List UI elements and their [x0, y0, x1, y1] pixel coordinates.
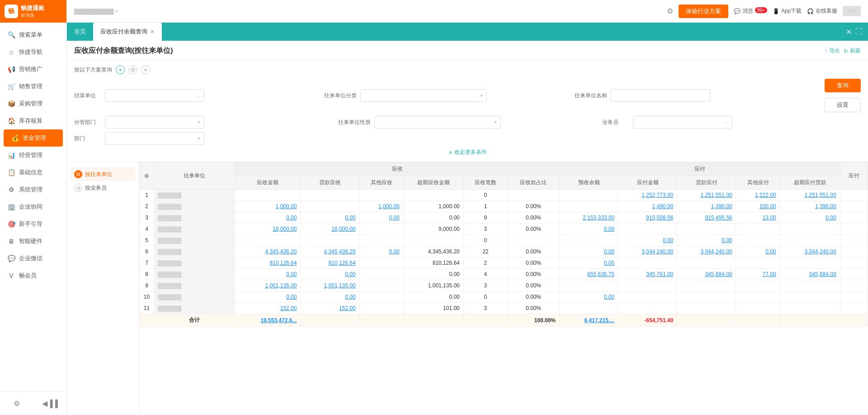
cell-ar-amount-1[interactable]: 1,000.00 — [235, 201, 301, 212]
cell-ar-loan-7[interactable]: 0.00 — [301, 269, 359, 280]
app-download-button[interactable]: 📱 App下载 — [773, 7, 802, 15]
cell-ar-loan-3[interactable]: 18,000.00 — [301, 224, 359, 235]
collapse-more-btn[interactable]: ∧ 收起更多条件 — [448, 148, 487, 156]
partner-nature-select[interactable]: ▾ — [374, 116, 501, 129]
cell-ap-loan-6[interactable] — [677, 258, 736, 269]
fenguan-dept-select[interactable]: ▾ — [105, 116, 204, 129]
cell-ar-other-4[interactable] — [359, 235, 403, 246]
total-ar-amount[interactable]: 19,553,472,6... — [235, 314, 301, 327]
cell-ap-amount-1[interactable]: 1,490.00 — [618, 201, 677, 212]
cell-ar-loan-5[interactable]: 4,345,436.20 — [301, 246, 359, 258]
industry-plan-button[interactable]: 体验行业方案 — [679, 5, 728, 18]
cell-ap-loan-1[interactable]: 1,390.00 — [677, 201, 736, 212]
cell-ap-amount-2[interactable]: 915,508.56 — [618, 212, 677, 224]
cell-ap-amount-0[interactable]: 1,252,773.00 — [618, 190, 677, 201]
cell-ar-other-8[interactable] — [359, 280, 403, 291]
cell-ar-amount-4[interactable] — [235, 235, 301, 246]
cell-ap-overdue-3[interactable] — [780, 224, 840, 235]
cell-ap-other-0[interactable]: 1,222.00 — [736, 190, 780, 201]
cell-ar-other-1[interactable]: 1,000.00 — [359, 201, 403, 212]
cell-ar-loan-8[interactable]: 1,001,135.00 — [301, 280, 359, 291]
cell-ar-amount-10[interactable]: 152.00 — [235, 303, 301, 314]
cell-ap-amount-3[interactable] — [618, 224, 677, 235]
cell-ap-other-6[interactable] — [736, 258, 780, 269]
cell-ar-loan-10[interactable]: 152.00 — [301, 303, 359, 314]
sidebar-item-guide[interactable]: 🎯新手引导 — [0, 215, 66, 233]
refresh-button[interactable]: ↻ 刷新 — [844, 47, 861, 55]
cell-ap-loan-2[interactable]: 915,495.56 — [677, 212, 736, 224]
cell-ap-other-3[interactable] — [736, 224, 780, 235]
partner-name-input[interactable] — [611, 89, 710, 102]
cell-ap-loan-9[interactable] — [677, 291, 736, 303]
sidebar-item-search-menu[interactable]: 🔍搜索菜单 — [0, 26, 66, 43]
sidebar-item-purchase[interactable]: 📦采购管理 — [0, 95, 66, 112]
cell-ap-overdue-6[interactable] — [780, 258, 840, 269]
cell-ar-amount-0[interactable] — [235, 190, 301, 201]
cell-ar-advance-0[interactable] — [560, 190, 618, 201]
tab-ar-ap[interactable]: 应收应付余额查询 ✕ — [93, 23, 162, 41]
cell-ap-loan-8[interactable] — [677, 280, 736, 291]
cell-ar-amount-9[interactable]: 0.00 — [235, 291, 301, 303]
user-info[interactable]: Rit — [843, 6, 861, 16]
cell-ap-overdue-8[interactable] — [780, 280, 840, 291]
cell-ap-loan-10[interactable] — [677, 303, 736, 314]
sidebar-item-basic-info[interactable]: 📋基础信息 — [0, 164, 66, 181]
settings-button[interactable]: ⚙ — [9, 396, 24, 410]
cell-ar-other-5[interactable]: 0.00 — [359, 246, 403, 258]
cell-ap-other-5[interactable]: 0.00 — [736, 246, 780, 258]
filter-add-button[interactable]: + — [116, 65, 125, 74]
sidebar-item-operations[interactable]: 📊经营管理 — [0, 147, 66, 164]
cell-ar-other-2[interactable]: 0.00 — [359, 212, 403, 224]
cell-ap-other-10[interactable] — [736, 303, 780, 314]
sidebar-item-marketing[interactable]: 📢营销推广 — [0, 61, 66, 78]
cell-ap-overdue-1[interactable]: 1,390.00 — [780, 201, 840, 212]
cell-ar-other-3[interactable] — [359, 224, 403, 235]
cell-ar-advance-9[interactable]: 0.00 — [560, 291, 618, 303]
cell-ar-loan-2[interactable]: 0.00 — [301, 212, 359, 224]
cell-ap-amount-5[interactable]: 3,044,240.00 — [618, 246, 677, 258]
cell-ap-loan-3[interactable] — [677, 224, 736, 235]
message-button[interactable]: 💬 消息 99+ — [734, 7, 767, 15]
cell-ap-overdue-4[interactable] — [780, 235, 840, 246]
cell-ap-other-8[interactable] — [736, 280, 780, 291]
left-panel-item-partner[interactable]: W 按往来单位 — [71, 167, 135, 181]
sidebar-item-system[interactable]: ⚙系统管理 — [0, 181, 66, 198]
cell-ap-overdue-9[interactable] — [780, 291, 840, 303]
cell-ap-amount-8[interactable] — [618, 280, 677, 291]
sidebar-item-smart-hw[interactable]: 🖥智能硬件 — [0, 233, 66, 250]
cell-ar-other-6[interactable] — [359, 258, 403, 269]
sidebar-item-wechat[interactable]: 💬企业微信 — [0, 250, 66, 267]
cell-ar-advance-10[interactable] — [560, 303, 618, 314]
set-button[interactable]: 设置 — [825, 98, 861, 112]
cell-ap-other-2[interactable]: 13.00 — [736, 212, 780, 224]
cell-ap-other-7[interactable]: 77.00 — [736, 269, 780, 280]
cell-ap-amount-7[interactable]: 345,761.00 — [618, 269, 677, 280]
cell-ar-other-7[interactable] — [359, 269, 403, 280]
tab-close-icon[interactable]: ✕ — [150, 29, 155, 35]
sidebar-item-enterprise[interactable]: 🏢企业协同 — [0, 198, 66, 215]
cell-ar-other-9[interactable] — [359, 291, 403, 303]
cell-ap-amount-4[interactable]: 0.00 — [618, 235, 677, 246]
cell-ar-advance-8[interactable] — [560, 280, 618, 291]
tab-home[interactable]: 首页 — [67, 23, 93, 41]
cell-ar-amount-6[interactable]: 810,126.64 — [235, 258, 301, 269]
cell-ar-other-10[interactable] — [359, 303, 403, 314]
cell-ap-loan-4[interactable]: 0.00 — [677, 235, 736, 246]
cell-ar-loan-1[interactable] — [301, 201, 359, 212]
online-service-button[interactable]: 🎧 在线客服 — [807, 7, 837, 15]
cell-ap-overdue-10[interactable] — [780, 303, 840, 314]
cell-ar-advance-3[interactable]: 0.00 — [560, 224, 618, 235]
cell-ap-other-9[interactable] — [736, 291, 780, 303]
cell-ap-amount-10[interactable] — [618, 303, 677, 314]
sidebar-item-quick-nav[interactable]: ⌂快捷导航 — [0, 43, 66, 61]
dept-select[interactable]: ▾ — [105, 132, 204, 145]
gear-icon[interactable]: ⚙ — [667, 7, 673, 15]
jiesuan-unit-input[interactable]: ... — [105, 89, 204, 102]
cell-ar-loan-6[interactable]: 810,126.64 — [301, 258, 359, 269]
cell-ar-amount-2[interactable]: 0.00 — [235, 212, 301, 224]
cell-ar-amount-8[interactable]: 1,001,135.00 — [235, 280, 301, 291]
cell-ar-advance-5[interactable]: 0.00 — [560, 246, 618, 258]
tab-close-all-icon[interactable]: ✕ — [846, 28, 852, 36]
cell-ar-loan-9[interactable]: 0.00 — [301, 291, 359, 303]
cell-ar-amount-3[interactable]: 18,000.00 — [235, 224, 301, 235]
